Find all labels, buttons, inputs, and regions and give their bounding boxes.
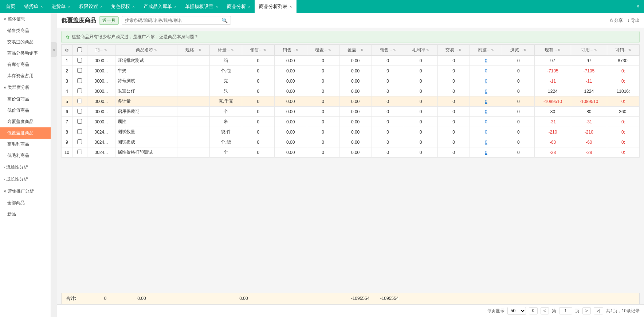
nav-tab-role[interactable]: 角色授权 × <box>107 0 139 13</box>
close-icon[interactable]: × <box>100 4 102 9</box>
sidebar-collapse-button[interactable]: « <box>51 42 57 57</box>
last-page-button[interactable]: >| <box>594 307 603 314</box>
row-checkbox[interactable] <box>77 78 82 83</box>
col-spec[interactable]: 规格...⇅ <box>177 45 210 56</box>
cell-view2: 0 <box>502 56 535 66</box>
cell-checkbox[interactable] <box>72 76 87 86</box>
sidebar-item-traded-goods[interactable]: 交易过的商品 <box>0 36 51 48</box>
search-icon[interactable]: 🔍 <box>221 17 228 23</box>
col-trade[interactable]: 交易...⇅ <box>437 45 470 56</box>
row-checkbox[interactable] <box>77 99 82 103</box>
sidebar-item-stocked-goods[interactable]: 有库存商品 <box>0 59 51 70</box>
close-icon[interactable]: × <box>248 4 250 9</box>
sidebar-item-high-coverage[interactable]: 高覆盖度商品 <box>0 116 51 127</box>
cell-checkbox[interactable] <box>72 117 87 127</box>
col-unit[interactable]: 计量...⇅ <box>209 45 242 56</box>
row-checkbox[interactable] <box>77 139 82 144</box>
col-saleable[interactable]: 可销...⇅ <box>607 45 640 56</box>
col-sale-qty[interactable]: 销售...⇅ <box>242 45 274 56</box>
nav-tab-permission[interactable]: 权限设置 × <box>75 0 107 13</box>
cell-checkbox[interactable] <box>72 96 87 107</box>
cell-view1[interactable]: 0 <box>470 86 502 96</box>
page-size-select[interactable]: 50 100 200 <box>507 307 526 315</box>
sidebar-section-marketing[interactable]: ∨ 营销推广分析 <box>0 185 51 197</box>
nav-tab-analysis-list[interactable]: 商品分析列表 × <box>255 0 296 13</box>
prev-page-button[interactable]: < <box>541 307 549 314</box>
cell-checkbox[interactable] <box>72 86 87 96</box>
share-button[interactable]: ⎙ 分享 <box>610 17 623 24</box>
sidebar-item-all-goods[interactable]: 全部商品 <box>0 197 51 209</box>
cell-checkbox[interactable] <box>72 137 87 147</box>
sidebar-item-new-goods[interactable]: 新品 <box>0 209 51 220</box>
col-checkbox[interactable] <box>72 45 87 56</box>
sidebar-section-liquidity[interactable]: › 流通性分析 <box>0 161 51 173</box>
nav-tab-sales[interactable]: 销货单 × <box>20 0 47 13</box>
filter-button[interactable]: 近一月 <box>99 16 119 25</box>
sidebar-item-low-coverage[interactable]: 低覆盖度商品 <box>0 127 51 139</box>
close-icon[interactable]: × <box>290 4 292 9</box>
first-page-button[interactable]: K <box>529 307 538 314</box>
search-input[interactable] <box>125 18 221 23</box>
export-button[interactable]: ↓ 导出 <box>627 17 640 24</box>
sidebar-section-growth[interactable]: › 成长性分析 <box>0 173 51 185</box>
col-avail[interactable]: 可用...⇅ <box>571 45 607 56</box>
cell-view1[interactable]: 0 <box>470 107 502 117</box>
cell-view1[interactable]: 0 <box>470 147 502 158</box>
col-view2[interactable]: 浏览...⇅ <box>502 45 535 56</box>
cell-checkbox[interactable] <box>72 147 87 158</box>
row-checkbox[interactable] <box>77 119 82 124</box>
cell-view1[interactable]: 0 <box>470 76 502 86</box>
page-number-input[interactable] <box>559 307 572 314</box>
close-icon[interactable]: × <box>40 4 43 9</box>
col-code[interactable]: 商...⇅ <box>87 45 115 56</box>
row-checkbox[interactable] <box>77 88 82 93</box>
next-page-button[interactable]: > <box>582 307 591 314</box>
col-sale2[interactable]: 销售...⇅ <box>372 45 404 56</box>
close-icon[interactable]: × <box>132 4 134 9</box>
row-checkbox[interactable] <box>77 150 82 154</box>
sidebar-item-high-margin[interactable]: 高毛利商品 <box>0 139 51 150</box>
cell-view1[interactable]: 0 <box>470 127 502 137</box>
cell-checkbox[interactable] <box>72 66 87 76</box>
sidebar-item-category-turnover[interactable]: 商品分类动销率 <box>0 48 51 59</box>
cell-unit: 箱 <box>209 56 242 66</box>
cell-view1[interactable]: 0 <box>470 137 502 147</box>
cell-checkbox[interactable] <box>72 127 87 137</box>
col-cover2[interactable]: 覆盖...⇅ <box>339 45 372 56</box>
col-stock[interactable]: 现有...⇅ <box>535 45 571 56</box>
table-container[interactable]: ⚙ 商...⇅ 商品名称⇅ 规格...⇅ 计量...⇅ 销售...⇅ 销售...… <box>57 44 644 293</box>
cell-view1[interactable]: 0 <box>470 96 502 107</box>
row-checkbox[interactable] <box>77 109 82 114</box>
col-view1[interactable]: 浏览...⇅ <box>470 45 502 56</box>
row-checkbox[interactable] <box>77 58 82 63</box>
sidebar-item-high-value[interactable]: 高价值商品 <box>0 94 51 105</box>
close-all-button[interactable]: × <box>633 3 643 10</box>
nav-tab-home[interactable]: 首页 <box>1 0 20 13</box>
sidebar-item-low-margin[interactable]: 低毛利商品 <box>0 150 51 161</box>
cell-view1[interactable]: 0 <box>470 56 502 66</box>
nav-tab-analysis[interactable]: 商品分析 × <box>223 0 255 13</box>
close-icon[interactable]: × <box>216 4 218 9</box>
col-settings[interactable]: ⚙ <box>62 45 72 56</box>
sidebar-section-overall[interactable]: ∨ 整体信息 <box>0 13 51 25</box>
row-checkbox[interactable] <box>77 129 82 134</box>
sidebar-item-sales-goods[interactable]: 销售类商品 <box>0 25 51 36</box>
col-name[interactable]: 商品名称⇅ <box>115 45 177 56</box>
nav-tab-product-in[interactable]: 产成品入库单 × <box>139 0 181 13</box>
row-checkbox[interactable] <box>77 68 82 73</box>
col-sale-amt[interactable]: 销售...⇅ <box>274 45 307 56</box>
nav-tab-template[interactable]: 单据模板设置 × <box>181 0 222 13</box>
cell-checkbox[interactable] <box>72 56 87 66</box>
cell-checkbox[interactable] <box>72 107 87 117</box>
nav-tab-purchase[interactable]: 进货单 × <box>47 0 74 13</box>
select-all-checkbox[interactable] <box>77 47 82 52</box>
close-icon[interactable]: × <box>174 4 176 9</box>
close-icon[interactable]: × <box>68 4 70 9</box>
sidebar-section-cluster[interactable]: ∨ 类群度分析 <box>0 82 51 94</box>
col-gross[interactable]: 毛利率⇅ <box>404 45 437 56</box>
sidebar-item-inventory-capital[interactable]: 库存资金占用 <box>0 70 51 82</box>
cell-view1[interactable]: 0 <box>470 66 502 76</box>
col-cover1[interactable]: 覆盖...⇅ <box>307 45 339 56</box>
sidebar-item-low-value[interactable]: 低价值商品 <box>0 105 51 116</box>
cell-view1[interactable]: 0 <box>470 117 502 127</box>
